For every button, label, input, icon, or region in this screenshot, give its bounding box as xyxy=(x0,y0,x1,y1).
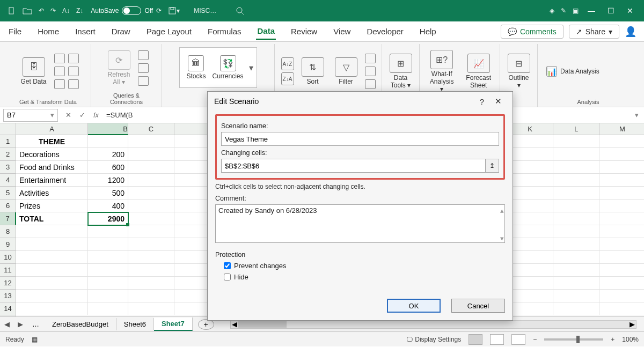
cell[interactable] xyxy=(88,135,128,148)
horizontal-scrollbar[interactable]: ◀▶ xyxy=(230,320,636,329)
dialog-help-button[interactable]: ? xyxy=(474,97,490,106)
cell[interactable]: 200 xyxy=(88,148,128,161)
comments-button[interactable]: 💬Comments xyxy=(501,25,564,39)
data-analysis-button[interactable]: 📊Data Analysis xyxy=(543,64,603,79)
data-tools-button[interactable]: ⊞Data Tools ▾ xyxy=(386,51,415,91)
name-box[interactable]: B7▾ xyxy=(3,109,58,122)
tab-help[interactable]: Help xyxy=(419,24,437,39)
cell[interactable] xyxy=(553,200,599,212)
row-header[interactable]: 1 xyxy=(0,135,16,148)
row-header[interactable]: 6 xyxy=(0,200,16,212)
row-header[interactable]: 14 xyxy=(0,302,16,315)
tab-page-layout[interactable]: Page Layout xyxy=(145,24,193,39)
row-header[interactable]: 10 xyxy=(0,251,16,264)
autosave-toggle[interactable] xyxy=(122,6,141,15)
cell[interactable]: Prizes xyxy=(16,200,88,212)
col-header[interactable]: M xyxy=(599,123,644,135)
cell[interactable] xyxy=(599,238,644,251)
row-header[interactable]: 11 xyxy=(0,264,16,277)
cell[interactable] xyxy=(128,251,174,264)
cell[interactable]: Decorations xyxy=(16,148,88,161)
cell[interactable]: TOTAL xyxy=(16,212,88,225)
data-types-gallery[interactable]: 🏛Stocks 💱Currencies ▾ xyxy=(179,47,257,88)
cell[interactable] xyxy=(507,187,553,200)
new-file-icon[interactable] xyxy=(8,6,16,15)
cell[interactable] xyxy=(507,264,553,277)
sheet-tab[interactable]: ZeroBasedBudget xyxy=(45,318,116,330)
cell[interactable] xyxy=(128,290,174,302)
dialog-close-button[interactable]: ✕ xyxy=(490,97,506,106)
cell[interactable] xyxy=(599,225,644,238)
close-window-button[interactable]: ✕ xyxy=(620,6,640,15)
cell[interactable] xyxy=(88,277,128,290)
cell[interactable] xyxy=(507,290,553,302)
cell[interactable] xyxy=(16,290,88,302)
cell[interactable] xyxy=(128,212,174,225)
row-header[interactable]: 8 xyxy=(0,225,16,238)
sort-desc-icon[interactable]: Z↓ xyxy=(76,7,83,14)
redo-icon[interactable]: ↷ xyxy=(50,7,56,14)
sync-icon[interactable]: ⟳ xyxy=(156,7,162,14)
cell[interactable] xyxy=(599,148,644,161)
cell[interactable]: Entertainment xyxy=(16,174,88,187)
cell[interactable] xyxy=(599,277,644,290)
from-text-icon[interactable] xyxy=(54,54,65,63)
cell[interactable] xyxy=(16,225,88,238)
cell[interactable] xyxy=(553,174,599,187)
sheet-next-icon[interactable]: ▶ xyxy=(18,320,23,328)
zoom-in-button[interactable]: + xyxy=(611,336,614,343)
row-header[interactable]: 5 xyxy=(0,187,16,200)
sheet-ellipsis[interactable]: … xyxy=(27,320,45,328)
chevron-down-icon[interactable]: ▾ xyxy=(249,63,253,73)
changing-cells-input[interactable] xyxy=(221,159,485,173)
scroll-left-icon[interactable]: ◀ xyxy=(232,320,237,328)
cell[interactable] xyxy=(599,290,644,302)
cell[interactable] xyxy=(553,225,599,238)
col-header[interactable]: K xyxy=(507,123,553,135)
cell[interactable] xyxy=(553,264,599,277)
share-button[interactable]: ↗Share▾ xyxy=(569,25,619,39)
from-picture-icon[interactable] xyxy=(68,79,79,89)
col-header[interactable]: B xyxy=(88,123,128,135)
sheet-tab[interactable]: Sheet6 xyxy=(116,318,154,330)
cell[interactable] xyxy=(16,302,88,315)
sort-button[interactable]: ⇅Sort xyxy=(298,55,327,87)
what-if-button[interactable]: ⊞?What-If Analysis ▾ xyxy=(425,48,458,95)
from-table-icon[interactable] xyxy=(54,67,65,76)
cell[interactable] xyxy=(128,302,174,315)
cell[interactable] xyxy=(16,277,88,290)
cell[interactable] xyxy=(16,238,88,251)
row-header[interactable]: 13 xyxy=(0,290,16,302)
tab-data[interactable]: Data xyxy=(256,23,276,40)
row-header[interactable]: 7 xyxy=(0,212,16,225)
cell[interactable] xyxy=(599,200,644,212)
cell[interactable] xyxy=(507,251,553,264)
window-icon[interactable]: ▣ xyxy=(573,7,579,14)
row-header[interactable]: 9 xyxy=(0,238,16,251)
sheet-tab[interactable]: Sheet7 xyxy=(154,317,193,331)
cell[interactable] xyxy=(507,148,553,161)
cell[interactable] xyxy=(507,212,553,225)
cell[interactable] xyxy=(88,290,128,302)
zoom-slider[interactable] xyxy=(544,338,603,341)
cell[interactable]: THEME xyxy=(16,135,88,148)
get-data-button[interactable]: 🗄 Get Data xyxy=(17,55,49,87)
cell[interactable] xyxy=(88,225,128,238)
tab-insert[interactable]: Insert xyxy=(74,24,97,39)
cell[interactable] xyxy=(88,251,128,264)
cell[interactable]: 500 xyxy=(88,187,128,200)
cancel-button[interactable]: Cancel xyxy=(451,299,505,313)
enter-fx-icon[interactable]: ✓ xyxy=(75,111,89,119)
tab-formulas[interactable]: Formulas xyxy=(207,24,243,39)
scroll-down-icon[interactable]: ▾ xyxy=(500,234,504,242)
sort-za-icon[interactable]: Z↓A xyxy=(281,72,294,85)
refresh-all-button[interactable]: ⟳ Refresh All ▾ xyxy=(104,48,133,88)
cell[interactable] xyxy=(16,251,88,264)
display-settings-button[interactable]: 🖵Display Settings xyxy=(406,336,461,343)
cell[interactable] xyxy=(128,264,174,277)
cell[interactable] xyxy=(599,264,644,277)
scroll-up-icon[interactable]: ▴ xyxy=(500,206,504,215)
scroll-right-icon[interactable]: ▶ xyxy=(630,320,635,328)
zoom-out-button[interactable]: − xyxy=(533,336,537,343)
cell[interactable] xyxy=(553,302,599,315)
